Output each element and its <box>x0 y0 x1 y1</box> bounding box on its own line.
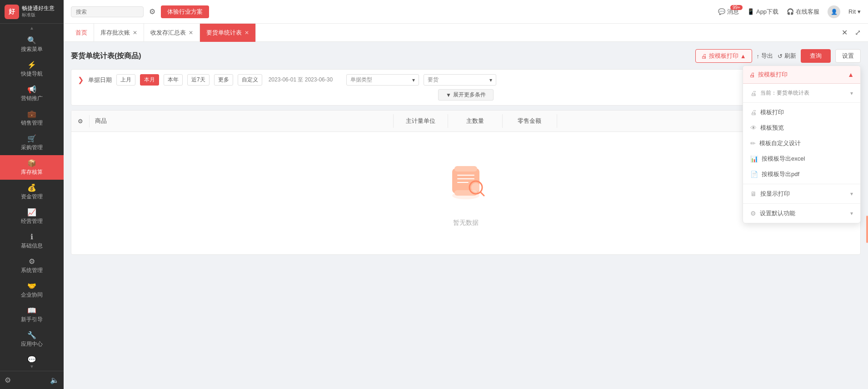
refresh-icon: ↺ <box>778 53 783 60</box>
date-btn-last-month[interactable]: 上月 <box>116 74 135 86</box>
sales-icon: 💼 <box>27 110 36 118</box>
messages-badge: 99+ <box>730 5 743 10</box>
template-print-button[interactable]: 🖨 按模板打印 ▲ <box>695 49 752 63</box>
sidebar-item-purchase[interactable]: 🛒 采购管理 <box>0 131 64 155</box>
dropdown-current-item[interactable]: 🖨 当前：要货单统计表 ▾ <box>743 86 860 101</box>
dropdown-current-left: 🖨 当前：要货单统计表 <box>750 89 809 97</box>
filter-expand-icon[interactable]: ❯ <box>78 76 84 84</box>
scroll-down[interactable]: ▼ <box>0 362 64 371</box>
date-btn-custom[interactable]: 自定义 <box>238 74 262 86</box>
tab-yh-stats-label: 要货单统计表 <box>206 29 242 37</box>
printer-icon: 🖨 <box>701 53 707 60</box>
sidebar-item-quicknav[interactable]: ⚡ 快捷导航 <box>0 57 64 81</box>
yh-value <box>451 76 479 84</box>
date-btn-this-month[interactable]: 本月 <box>140 74 159 86</box>
avatar: 👤 <box>828 5 840 18</box>
sidebar-item-system[interactable]: ⚙ 系统管理 <box>0 253 64 278</box>
tab-summary[interactable]: 收发存汇总表 ✕ <box>144 24 200 42</box>
sidebar-item-collab[interactable]: 🤝 企业协同 <box>0 278 64 303</box>
apps-icon: 🔧 <box>27 331 36 339</box>
content-area: 要货单统计表(按商品) 🖨 按模板打印 ▲ ↑ 导出 ↺ 刷新 <box>64 42 868 389</box>
collab-icon: 🤝 <box>27 282 36 290</box>
th-qty: 主数量 <box>448 114 503 128</box>
sidebar-item-sales[interactable]: 💼 销售管理 <box>0 106 64 131</box>
tab-yh-stats-close[interactable]: ✕ <box>244 30 249 36</box>
empty-state: 暂无数据 <box>71 132 860 254</box>
template-print-icon: 🖨 <box>750 109 757 116</box>
empty-text: 暂无数据 <box>453 219 479 227</box>
tab-home[interactable]: 首页 <box>69 24 94 42</box>
expand-btn[interactable]: ▼ 展开更多条件 <box>438 89 494 101</box>
sidebar-item-label: 营销推广 <box>21 95 43 102</box>
dropdown-template-print[interactable]: 🖨 模板打印 <box>743 105 860 120</box>
tab-close-all-btn[interactable]: ✕ <box>840 26 849 39</box>
dropdown-export-excel[interactable]: 📊 按模板导出excel <box>743 151 860 167</box>
tab-summary-label: 收发存汇总表 <box>150 29 186 37</box>
current-arrow-icon: ▾ <box>850 90 853 96</box>
sidebar-item-wechat[interactable]: 💬 企业微信 <box>0 352 64 362</box>
th-settings[interactable]: ⚙ <box>71 115 90 127</box>
sidebar-item-marketing[interactable]: 📢 营销推广 <box>0 81 64 106</box>
sidebar-item-label: 基础信息 <box>21 242 43 250</box>
system-icon: ⚙ <box>29 257 35 266</box>
dropdown-custom-design[interactable]: ✏ 模板自定义设计 <box>743 136 860 151</box>
dropdown-template-preview[interactable]: 👁 模板预览 <box>743 120 860 136</box>
th-amount: 零售金额 <box>503 114 557 128</box>
sidebar-item-label: 新手引导 <box>21 316 43 323</box>
tab-inventory-batch-close[interactable]: ✕ <box>133 30 137 36</box>
settings-button[interactable]: 设置 <box>835 49 861 63</box>
logo-icon: 好 <box>5 5 19 19</box>
page-title: 要货单统计表(按商品) <box>71 51 141 61</box>
yh-filter-select[interactable]: 要货 ▾ <box>424 74 496 86</box>
dropdown-close-btn[interactable]: ▲ <box>848 71 854 78</box>
app-download-btn[interactable]: 📱 App下载 <box>747 8 778 16</box>
sidebar-item-guide[interactable]: 📖 新手引导 <box>0 303 64 327</box>
tab-yh-stats[interactable]: 要货单统计表 ✕ <box>200 24 256 42</box>
current-doc-icon: 🖨 <box>750 90 757 97</box>
date-btn-7days[interactable]: 近7天 <box>187 74 210 86</box>
app-version: 标准版 <box>22 12 55 18</box>
username-area[interactable]: Rit ▾ <box>848 8 861 15</box>
topbar-settings-icon[interactable]: ⚙ <box>149 7 155 16</box>
date-btn-this-year[interactable]: 本年 <box>164 74 183 86</box>
topbar-right: 💬 消息 99+ 📱 App下载 🎧 在线客服 👤 Rit ▾ <box>718 5 861 18</box>
info-icon: ℹ <box>30 232 33 241</box>
guide-icon: 📖 <box>27 306 36 315</box>
logo-text-block: 畅捷通好生意 标准版 <box>22 5 55 19</box>
tab-summary-close[interactable]: ✕ <box>189 30 193 36</box>
scroll-indicator[interactable] <box>866 216 868 243</box>
sidebar-item-search[interactable]: 🔍 搜索菜单 <box>0 32 64 57</box>
footer-audio-icon[interactable]: 🔈 <box>50 376 59 384</box>
query-button[interactable]: 查询 <box>801 49 831 63</box>
search-input[interactable] <box>71 6 144 17</box>
user-avatar[interactable]: 👤 <box>828 5 840 18</box>
sidebar-item-label: 资金管理 <box>21 193 43 201</box>
scroll-up[interactable]: ▲ <box>0 24 64 32</box>
export-icon: ↑ <box>757 53 760 60</box>
messages-btn[interactable]: 💬 消息 99+ <box>718 8 739 16</box>
topbar: ⚙ 体验行业方案 💬 消息 99+ 📱 App下载 🎧 在线客服 👤 Rit ▾ <box>64 0 868 24</box>
sidebar-item-management[interactable]: 📈 经营管理 <box>0 204 64 229</box>
date-btn-more[interactable]: 更多 <box>214 74 233 86</box>
tab-inventory-batch[interactable]: 库存批次账 ✕ <box>94 24 144 42</box>
svg-rect-2 <box>454 166 477 172</box>
tab-maximize-btn[interactable]: ⤢ <box>853 26 863 39</box>
trial-button[interactable]: 体验行业方案 <box>161 5 209 18</box>
dropdown-display-print[interactable]: 🖥 按显示打印 ▾ <box>743 186 860 202</box>
sidebar-item-inventory[interactable]: 📦 库存核算 <box>0 155 64 180</box>
export-button[interactable]: ↑ 导出 <box>757 52 773 60</box>
sidebar-item-apps[interactable]: 🔧 应用中心 <box>0 327 64 352</box>
svg-line-9 <box>480 192 484 196</box>
main-area: ⚙ 体验行业方案 💬 消息 99+ 📱 App下载 🎧 在线客服 👤 Rit ▾ <box>64 0 868 389</box>
refresh-button[interactable]: ↺ 刷新 <box>778 52 796 60</box>
tab-home-label: 首页 <box>75 29 87 37</box>
dropdown-export-pdf[interactable]: 📄 按模板导出pdf <box>743 167 860 182</box>
sidebar-item-basic-info[interactable]: ℹ 基础信息 <box>0 229 64 253</box>
type-filter-select[interactable]: 单据类型 ▾ <box>346 74 419 86</box>
sidebar-item-finance[interactable]: 💰 资金管理 <box>0 180 64 204</box>
dropdown-set-default[interactable]: ⚙ 设置默认功能 ▾ <box>743 206 860 221</box>
default-arrow-icon: ▾ <box>850 210 853 217</box>
online-service-btn[interactable]: 🎧 在线客服 <box>787 8 819 16</box>
sidebar-item-label: 销售管理 <box>21 119 43 127</box>
footer-settings-icon[interactable]: ⚙ <box>5 376 11 384</box>
